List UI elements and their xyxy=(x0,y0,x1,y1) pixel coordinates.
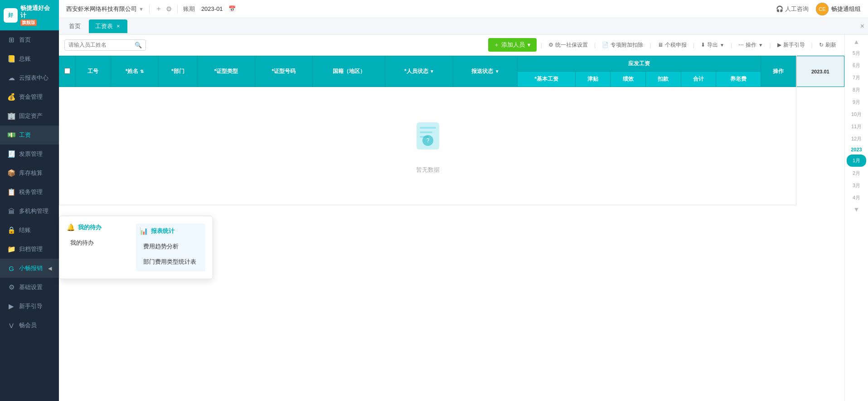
sidebar-nav: ⊞ 首页 📒 总账 ☁ 云报表中心 💰 资金管理 🏢 固定资产 💵 工资 🧾 发… xyxy=(0,30,59,401)
timeline-month-4[interactable]: 4月 xyxy=(845,192,868,204)
sidebar-item-label: 资金管理 xyxy=(19,93,43,101)
guide-label: 新手引导 xyxy=(783,41,805,49)
timeline-month-9[interactable]: 9月 xyxy=(845,96,868,108)
sidebar-item-salary[interactable]: 💵 工资 xyxy=(0,126,59,145)
timeline-panel: ▲ 5月 6月 7月 8月 9月 10月 11月 12月 2023 1月 2月 … xyxy=(844,34,868,401)
operations-button[interactable]: ⋯ 操作 ▼ xyxy=(736,39,766,51)
sidebar-item-archive[interactable]: 📁 归档管理 xyxy=(0,240,59,259)
sidebar-item-ledger[interactable]: 📒 总账 xyxy=(0,49,59,68)
user-info[interactable]: CE 畅捷通组组 xyxy=(816,3,861,15)
refresh-button[interactable]: ↻ 刷新 xyxy=(816,39,839,51)
sort-icon[interactable]: ⇅ xyxy=(140,69,144,74)
export-icon: ⬇ xyxy=(701,42,705,48)
invoice-icon: 🧾 xyxy=(7,150,15,158)
popup-reports-title: 报表统计 xyxy=(151,227,175,235)
tab-salary[interactable]: 工资表 × xyxy=(89,19,127,33)
timeline-month-7[interactable]: 7月 xyxy=(845,72,868,84)
timeline-month-3[interactable]: 3月 xyxy=(845,179,868,192)
add-company-button[interactable]: ＋ xyxy=(155,4,162,14)
popup-section-reports: 📊 报表统计 费用趋势分析 部门费用类型统计表 xyxy=(136,223,205,271)
submit-filter-icon[interactable]: ▼ xyxy=(495,69,499,74)
sidebar-item-basic-settings[interactable]: ⚙ 基础设置 xyxy=(0,278,59,297)
reports-icon: 📊 xyxy=(140,227,148,235)
tab-bar: 首页 工资表 × × xyxy=(59,18,868,34)
salary-table: 工号 *姓名 ⇅ *部门 *证型类型 *证型号码 国籍（地区） *人员状态 ▼ … xyxy=(59,56,844,205)
popup-item-pending[interactable]: 我的待办 xyxy=(67,237,136,249)
timeline-month-2[interactable]: 2月 xyxy=(845,167,868,179)
empty-text: 暂无数据 xyxy=(416,166,440,174)
calendar-icon[interactable]: 📅 xyxy=(228,5,236,12)
export-dropdown-icon: ▼ xyxy=(720,43,724,48)
popup-pending-header: 🔔 我的待办 xyxy=(67,223,136,232)
sidebar-item-label: 归档管理 xyxy=(19,245,43,253)
timeline-month-5[interactable]: 5月 xyxy=(845,47,868,59)
export-button[interactable]: ⬇ 导出 ▼ xyxy=(698,39,727,51)
timeline-month-11[interactable]: 11月 xyxy=(845,121,868,133)
th-salary-group: 应发工资 xyxy=(518,56,761,72)
sidebar-item-inventory[interactable]: 📦 库存核算 xyxy=(0,164,59,183)
member-icon: V xyxy=(7,322,15,329)
sidebar-item-close-accounts[interactable]: 🔒 结账 xyxy=(0,221,59,240)
tax-deduction-button[interactable]: 📄 专项附加扣除 xyxy=(599,39,646,51)
export-label: 导出 xyxy=(707,41,718,49)
svg-text:?: ? xyxy=(426,137,429,144)
settings-button[interactable]: ⚙ xyxy=(166,5,172,13)
company-selector[interactable]: 西安虾米网络科技有限公司 ▼ xyxy=(66,5,144,13)
headset-icon: 🎧 xyxy=(776,5,783,12)
tax-deduction-icon: 📄 xyxy=(602,42,609,48)
pending-icon: 🔔 xyxy=(67,223,75,232)
timeline-month-8[interactable]: 8月 xyxy=(845,84,868,96)
sidebar-item-label: 总账 xyxy=(19,55,31,63)
th-id-no: *证型号码 xyxy=(255,56,312,87)
sidebar-item-label: 发票管理 xyxy=(19,150,43,158)
th-status: *人员状态 ▼ xyxy=(385,56,453,87)
avatar: CE xyxy=(816,3,829,15)
popup-item-dept-cost[interactable]: 部门费用类型统计表 xyxy=(140,256,202,268)
expense-icon: G xyxy=(7,265,15,272)
tab-close-button[interactable]: × xyxy=(116,23,121,29)
th-allowance: 津贴 xyxy=(575,72,611,87)
support-button[interactable]: 🎧 人工咨询 xyxy=(776,5,809,13)
tax-icon: 📋 xyxy=(7,188,15,196)
archive-icon: 📁 xyxy=(7,245,15,253)
sidebar-item-invoice[interactable]: 🧾 发票管理 xyxy=(0,145,59,164)
th-base-salary: *基本工资 xyxy=(518,72,575,87)
timeline-month-6[interactable]: 6月 xyxy=(845,59,868,72)
toolbar-right: ＋ 添加人员 ▼ | ⚙ 统一社保设置 | 📄 专项附加扣除 | xyxy=(488,38,839,52)
guide-button[interactable]: ▶ 新手引导 xyxy=(775,39,808,51)
sidebar-item-tax[interactable]: 📋 税务管理 xyxy=(0,183,59,202)
sidebar-item-home[interactable]: ⊞ 首页 xyxy=(0,30,59,49)
settings-icon: ⚙ xyxy=(7,283,15,291)
status-filter-icon[interactable]: ▼ xyxy=(430,69,434,74)
popup-item-cost-trend[interactable]: 费用趋势分析 xyxy=(140,241,202,252)
timeline-month-1[interactable]: 1月 xyxy=(847,155,866,167)
sidebar-item-cloud-reports[interactable]: ☁ 云报表中心 xyxy=(0,68,59,87)
period-value: 2023-01 xyxy=(201,5,223,12)
add-person-button[interactable]: ＋ 添加人员 ▼ xyxy=(488,38,537,52)
checkbox-header[interactable] xyxy=(59,56,76,87)
search-input[interactable] xyxy=(68,42,132,48)
close-all-icon[interactable]: × xyxy=(860,22,864,30)
select-all-checkbox[interactable] xyxy=(64,68,70,74)
th-action: 操作 xyxy=(761,56,796,87)
sidebar-item-fund[interactable]: 💰 资金管理 xyxy=(0,87,59,106)
search-box[interactable]: 🔍 xyxy=(64,39,146,51)
sidebar-item-guide[interactable]: ▶ 新手引导 xyxy=(0,297,59,316)
add-icon: ＋ xyxy=(494,41,499,49)
sidebar-item-member[interactable]: V 畅会员 xyxy=(0,316,59,335)
sidebar-item-multi-org[interactable]: 🏛 多机构管理 xyxy=(0,202,59,221)
sidebar-item-fixed-assets[interactable]: 🏢 固定资产 xyxy=(0,106,59,126)
sidebar-item-expense[interactable]: G 小畅报销 ◀ xyxy=(0,259,59,278)
personal-tax-button[interactable]: 🖥 个税申报 xyxy=(655,39,689,51)
social-security-button[interactable]: ⚙ 统一社保设置 xyxy=(546,39,591,51)
timeline-month-10[interactable]: 10月 xyxy=(845,108,868,121)
svg-text:CE: CE xyxy=(819,6,825,12)
tab-home[interactable]: 首页 xyxy=(63,19,87,33)
sidebar-item-label: 基础设置 xyxy=(19,283,43,291)
sidebar-item-label: 首页 xyxy=(19,36,31,44)
timeline-month-12[interactable]: 12月 xyxy=(845,133,868,145)
timeline-down-button[interactable]: ▼ xyxy=(852,204,862,215)
svg-rect-3 xyxy=(420,127,436,129)
timeline-up-button[interactable]: ▲ xyxy=(852,36,862,47)
tax-deduction-label: 专项附加扣除 xyxy=(611,41,643,49)
